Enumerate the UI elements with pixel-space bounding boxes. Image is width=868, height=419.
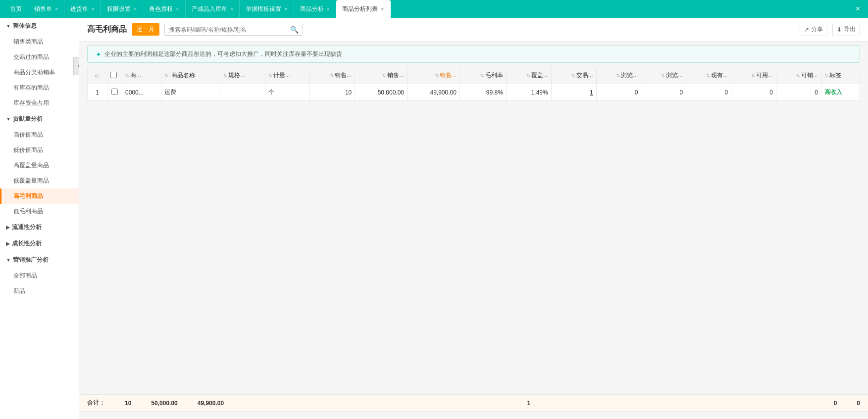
sidebar-item-high-margin[interactable]: 高毛利商品 [0, 188, 79, 204]
sidebar-item-low-coverage[interactable]: 低覆盖量商品 [0, 173, 79, 188]
horizontal-scrollbar[interactable] [79, 411, 868, 419]
cell-check[interactable] [107, 84, 122, 101]
footer-transactions: 1 [527, 400, 531, 407]
sidebar-item-high-coverage[interactable]: 高覆盖量商品 [0, 158, 79, 173]
table-header-row: ⚙ ⇅商... ⇅ 商品名称 ⇅规格... [88, 67, 860, 84]
arrow-down-icon: ▼ [6, 257, 11, 263]
search-icon[interactable]: 🔍 [290, 26, 299, 34]
cell-gross-margin: 99.8% [460, 84, 506, 101]
row-checkbox[interactable] [111, 89, 118, 95]
sidebar-group-contribution-items: 高价值商品 低价值商品 高覆盖量商品 低覆盖量商品 高毛利商品 低毛利商品 [0, 127, 79, 219]
col-seq[interactable]: ⚙ [88, 67, 107, 84]
sidebar-item-low-margin[interactable]: 低毛利商品 [0, 204, 79, 219]
close-icon[interactable]: × [230, 6, 233, 12]
cell-current-stock: 0 [686, 84, 731, 101]
data-table-container: ⚙ ⇅商... ⇅ 商品名称 ⇅规格... [79, 67, 868, 394]
col-views1[interactable]: ⇅浏览... [596, 67, 641, 84]
share-button[interactable]: ↗ 分享 [800, 23, 827, 36]
search-input[interactable] [169, 26, 290, 33]
sidebar-group-contribution[interactable]: ▼ 贡献量分析 [0, 111, 79, 127]
cell-tag: 高收入 [821, 84, 860, 101]
tab-permissions[interactable]: 权限设置 × [101, 0, 143, 18]
col-sellable-stock[interactable]: ⇅可销... [776, 67, 821, 84]
sidebar-group-marketing-items: 全部商品 新品 [0, 268, 79, 299]
cell-spec [220, 84, 265, 101]
close-icon[interactable]: × [176, 6, 179, 12]
sidebar: 《 ▼ 整体信息 销售类商品 交易过的商品 商品分类助销率 有库存的商品 库存资… [0, 18, 79, 419]
sidebar-item-sales-products[interactable]: 销售类商品 [0, 34, 79, 49]
sidebar-item-high-value[interactable]: 高价值商品 [0, 127, 79, 142]
cell-sales-qty: 10 [310, 84, 355, 101]
sidebar-item-all-products[interactable]: 全部商品 [0, 268, 79, 283]
cell-views2: 0 [641, 84, 686, 101]
col-sales-cost[interactable]: ⇅销售... [408, 67, 460, 84]
col-available-stock[interactable]: ⇅可用... [731, 67, 776, 84]
tab-finished-goods[interactable]: 产成品入库单 × [186, 0, 240, 18]
table-footer: 合计： 10 50,000.00 49,900.00 1 0 0 [79, 394, 868, 411]
export-icon: ⬇ [837, 26, 842, 33]
tab-templates[interactable]: 单据模板设置 × [240, 0, 294, 18]
table-body: 1 0000... 运费 个 10 50,000.00 49,900.00 99… [88, 84, 860, 101]
cell-transactions[interactable]: 1 [551, 84, 596, 101]
col-checkbox[interactable] [107, 67, 122, 84]
cell-coverage: 1.49% [506, 84, 551, 101]
top-navigation: 首页 销售单 × 进货单 × 权限设置 × 角色授权 × 产成品入库单 × 单据… [0, 0, 868, 18]
col-code[interactable]: ⇅商... [122, 67, 161, 84]
page-title: 高毛利商品 [87, 24, 127, 35]
sidebar-collapse-button[interactable]: 《 [73, 57, 79, 75]
close-all-button[interactable]: × [852, 4, 864, 13]
col-transactions[interactable]: ⇅交易... [551, 67, 596, 84]
cell-code: 0000... [122, 84, 161, 101]
tab-home[interactable]: 首页 [4, 0, 28, 18]
cell-seq: 1 [88, 84, 107, 101]
cell-available-stock: 0 [731, 84, 776, 101]
sidebar-group-liquidity[interactable]: ▶ 流通性分析 [0, 219, 79, 235]
col-tag[interactable]: ⇅标签 [821, 67, 860, 84]
close-icon[interactable]: × [134, 6, 137, 12]
product-table: ⚙ ⇅商... ⇅ 商品名称 ⇅规格... [87, 67, 860, 101]
sidebar-item-category-rate[interactable]: 商品分类助销率 [0, 65, 79, 80]
filter-recent-month-button[interactable]: 近一月 [132, 23, 159, 36]
close-icon[interactable]: × [284, 6, 287, 12]
arrow-right-icon: ▶ [6, 225, 10, 230]
tab-roles[interactable]: 角色授权 × [143, 0, 185, 18]
sidebar-group-overall[interactable]: ▼ 整体信息 [0, 18, 79, 34]
close-icon[interactable]: × [91, 6, 94, 12]
tab-product-analysis-list[interactable]: 商品分析列表 × [336, 0, 390, 18]
footer-sales-qty: 10 [125, 400, 131, 407]
sidebar-item-in-stock[interactable]: 有库存的商品 [0, 80, 79, 95]
col-sales-amount[interactable]: ⇅销售... [355, 67, 408, 84]
close-icon[interactable]: × [327, 6, 330, 12]
share-icon: ↗ [804, 26, 809, 33]
cell-views1: 0 [596, 84, 641, 101]
col-name[interactable]: ⇅ 商品名称 [161, 67, 220, 84]
tab-product-analysis[interactable]: 商品分析 × [294, 0, 336, 18]
footer-current-stock: 0 [834, 400, 837, 407]
col-gross-margin[interactable]: ⇅毛利率 [460, 67, 506, 84]
cell-sales-cost: 49,900.00 [408, 84, 460, 101]
close-icon[interactable]: × [381, 6, 384, 12]
select-all-checkbox[interactable] [110, 72, 117, 78]
close-icon[interactable]: × [55, 6, 58, 12]
tab-sales[interactable]: 销售单 × [28, 0, 64, 18]
tab-purchase[interactable]: 进货单 × [64, 0, 101, 18]
export-button[interactable]: ⬇ 导出 [832, 23, 860, 36]
col-coverage[interactable]: ⇅覆盖... [506, 67, 551, 84]
header-actions: ↗ 分享 ⬇ 导出 [800, 23, 860, 36]
sidebar-item-new-products[interactable]: 新品 [0, 283, 79, 299]
arrow-down-icon: ▼ [6, 116, 11, 122]
sidebar-group-growth[interactable]: ▶ 成长性分析 [0, 235, 79, 252]
col-views2[interactable]: ⇅浏览... [641, 67, 686, 84]
content-header: 高毛利商品 近一月 🔍 ↗ 分享 ⬇ 导出 [79, 18, 868, 42]
sidebar-item-traded-products[interactable]: 交易过的商品 [0, 49, 79, 65]
table-row: 1 0000... 运费 个 10 50,000.00 49,900.00 99… [88, 84, 860, 101]
col-current-stock[interactable]: ⇅现有... [686, 67, 731, 84]
col-spec[interactable]: ⇅规格... [220, 67, 265, 84]
settings-icon: ⚙ [95, 73, 99, 79]
sidebar-group-marketing[interactable]: ▼ 营销推广分析 [0, 252, 79, 268]
sidebar-item-capital-occupation[interactable]: 库存资金占用 [0, 95, 79, 111]
main-layout: 《 ▼ 整体信息 销售类商品 交易过的商品 商品分类助销率 有库存的商品 库存资… [0, 18, 868, 419]
col-unit[interactable]: ⇅计量... [265, 67, 310, 84]
sidebar-item-low-value[interactable]: 低价值商品 [0, 142, 79, 158]
col-sales-qty[interactable]: ⇅销售... [310, 67, 355, 84]
